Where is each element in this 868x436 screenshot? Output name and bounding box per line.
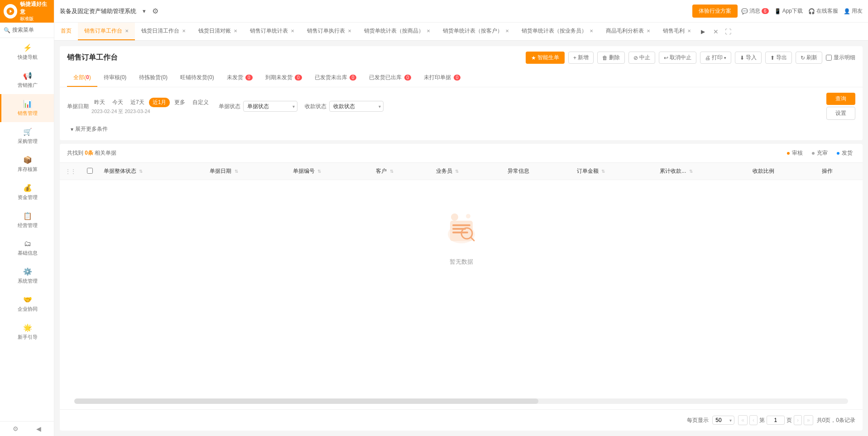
online-service-action[interactable]: 🎧 在线客服: [808, 7, 838, 15]
date-btn-more[interactable]: 更多: [172, 98, 188, 107]
status-select[interactable]: 单据状态: [243, 101, 297, 112]
date-btn-7days[interactable]: 近7天: [128, 98, 147, 107]
filter-tab-pending-review[interactable]: 待审核(0): [97, 69, 133, 87]
sort-icon[interactable]: ⇅: [601, 169, 605, 174]
sidebar-item-cooperation[interactable]: 🤝 企业协同: [0, 290, 54, 318]
topbar-gear-icon[interactable]: ⚙: [152, 7, 158, 15]
tab-maximize-icon[interactable]: ⛶: [722, 26, 734, 37]
tab-close-all-icon[interactable]: ✕: [710, 26, 721, 37]
tab-sales-product[interactable]: 销货单统计表（按商品） ✕: [358, 23, 436, 40]
filter-tab-not-printed[interactable]: 未打印单据 0: [417, 69, 467, 87]
sidebar-item-sales[interactable]: 📊 销售管理: [0, 94, 54, 122]
tab-close-icon[interactable]: ✕: [590, 28, 593, 33]
filter-tab-not-shipped[interactable]: 未发货 0: [221, 69, 259, 87]
stop-button[interactable]: ⊘ 中止: [628, 52, 655, 64]
tab-close-icon[interactable]: ✕: [291, 28, 294, 33]
tab-more-btn[interactable]: ▶: [697, 24, 709, 39]
tab-close-icon[interactable]: ✕: [182, 28, 186, 33]
filter-tab-overdue[interactable]: 到期未发货 0: [259, 69, 308, 87]
collapse-icon[interactable]: ◀: [36, 425, 41, 432]
show-detail-input[interactable]: [826, 55, 832, 61]
delete-button[interactable]: 🗑 删除: [597, 52, 625, 64]
tab-sales-customer[interactable]: 销货单统计表（按客户） ✕: [436, 23, 515, 40]
sort-icon[interactable]: ⇅: [689, 169, 693, 174]
cancel-stop-button[interactable]: ↩ 取消中止: [659, 52, 696, 64]
sidebar-item-purchase[interactable]: 🛒 采购管理: [0, 122, 54, 150]
filter-tab-shipped-not-out[interactable]: 已发货未出库 0: [308, 69, 363, 87]
sidebar-item-basicinfo[interactable]: 🗂 基础信息: [0, 234, 54, 262]
date-btn-today[interactable]: 今天: [110, 98, 126, 107]
select-all-checkbox[interactable]: [87, 168, 93, 174]
th-ratio: 收款比例: [747, 163, 816, 180]
per-page-select[interactable]: 50 10 20 100: [712, 416, 734, 425]
sidebar-item-quicknav[interactable]: ⚡ 快捷导航: [0, 38, 54, 66]
tab-sales-staff[interactable]: 销货单统计表（按业务员） ✕: [515, 23, 599, 40]
tab-sales-workbench[interactable]: 销售订单工作台 ✕: [78, 23, 135, 40]
query-button[interactable]: 查询: [826, 93, 855, 105]
sort-icon[interactable]: ⇅: [139, 169, 143, 174]
tab-close-icon[interactable]: ✕: [348, 28, 351, 33]
tab-sales-exec[interactable]: 销售订单执行表 ✕: [301, 23, 358, 40]
sort-icon[interactable]: ⇅: [317, 169, 321, 174]
print-button[interactable]: 🖨 打印 ▾: [700, 52, 731, 64]
payment-select[interactable]: 收款状态: [329, 101, 384, 112]
system-dropdown[interactable]: ▾: [140, 7, 149, 15]
pagination-next-btn[interactable]: ›: [794, 415, 802, 425]
sidebar-item-finance[interactable]: 💰 资金管理: [0, 178, 54, 206]
ship-btn[interactable]: 发货: [834, 148, 855, 158]
show-detail-checkbox[interactable]: 显示明细: [826, 54, 855, 62]
user-action[interactable]: 👤 用友: [844, 7, 863, 15]
sort-icon[interactable]: ⇅: [455, 169, 459, 174]
tab-close-icon[interactable]: ✕: [125, 28, 129, 33]
tab-cash-daily[interactable]: 钱货日清工作台 ✕: [135, 23, 192, 40]
export-button[interactable]: ⬆ 导出: [765, 52, 792, 64]
main-area: 装备及固定资产辅助管理系统 ▾ ⚙ 体验行业方案 💬 消息 6 📱 App下载 …: [54, 0, 868, 436]
settings-icon[interactable]: ⚙: [13, 425, 19, 432]
tab-margin[interactable]: 商品毛利分析表 ✕: [599, 23, 657, 40]
th-check[interactable]: [82, 163, 98, 180]
review-btn[interactable]: 审核: [784, 148, 806, 158]
filter-tab-all[interactable]: 全部(0): [67, 69, 97, 87]
tab-close-icon[interactable]: ✕: [234, 28, 237, 33]
date-btn-yesterday[interactable]: 昨天: [91, 98, 108, 107]
tab-close-icon[interactable]: ✕: [427, 28, 430, 33]
tab-close-icon[interactable]: ✕: [505, 28, 509, 33]
date-btn-1month[interactable]: 近1月: [149, 98, 170, 107]
cancel-review-btn[interactable]: 充审: [809, 148, 830, 158]
date-btn-custom[interactable]: 自定义: [190, 98, 211, 107]
page-input[interactable]: [767, 416, 785, 425]
sidebar-item-marketing[interactable]: 📢 营销推广: [0, 66, 54, 94]
svg-rect-4: [452, 232, 468, 233]
sort-icon[interactable]: ⇅: [235, 169, 238, 174]
sidebar-item-newbie[interactable]: 🌟 新手引导: [0, 318, 54, 346]
sort-icon[interactable]: ⇅: [390, 169, 393, 174]
tab-cash-reconcile[interactable]: 钱货日清对账 ✕: [192, 23, 244, 40]
tab-sales-stats[interactable]: 销售订单统计表 ✕: [244, 23, 301, 40]
scrollbar-thumb[interactable]: [74, 398, 538, 404]
pagination-last-btn[interactable]: »: [804, 415, 813, 425]
tab-sales-profit[interactable]: 销售毛利 ✕: [657, 23, 697, 40]
sidebar-search[interactable]: 🔍 搜索菜单: [0, 23, 54, 38]
sidebar-item-inventory[interactable]: 📦 库存核算: [0, 150, 54, 178]
pagination-first-btn[interactable]: «: [738, 415, 748, 425]
filter-tab-wangpu[interactable]: 旺铺待发货(0): [174, 69, 221, 87]
tab-home[interactable]: 首页: [54, 23, 78, 40]
import-button[interactable]: ⬇ 导入: [735, 52, 762, 64]
sidebar-item-operations[interactable]: 📋 经营管理: [0, 206, 54, 234]
new-button[interactable]: + 新增: [568, 52, 594, 64]
refresh-button[interactable]: ↻ 刷新: [796, 52, 822, 64]
scrollbar-track[interactable]: [74, 398, 848, 404]
app-download-action[interactable]: 📱 App下载: [774, 7, 803, 15]
filter-tab-shipped-out[interactable]: 已发货已出库 0: [363, 69, 417, 87]
message-action[interactable]: 💬 消息 6: [741, 7, 769, 15]
pagination-prev-btn[interactable]: ‹: [749, 415, 758, 425]
smart-generate-button[interactable]: ★ 智能生单: [526, 52, 565, 64]
tab-close-icon[interactable]: ✕: [647, 28, 650, 33]
filter-tab-pending-check[interactable]: 待拣验货(0): [133, 69, 174, 87]
set-button[interactable]: 设置: [826, 107, 855, 120]
tab-close-icon[interactable]: ✕: [687, 28, 691, 33]
sidebar-item-system[interactable]: ⚙️ 系统管理: [0, 262, 54, 290]
sidebar-item-label: 基础信息: [18, 250, 38, 256]
experience-button[interactable]: 体验行业方案: [692, 5, 738, 18]
expand-more-btn[interactable]: ▾ 展开更多条件: [67, 123, 855, 135]
